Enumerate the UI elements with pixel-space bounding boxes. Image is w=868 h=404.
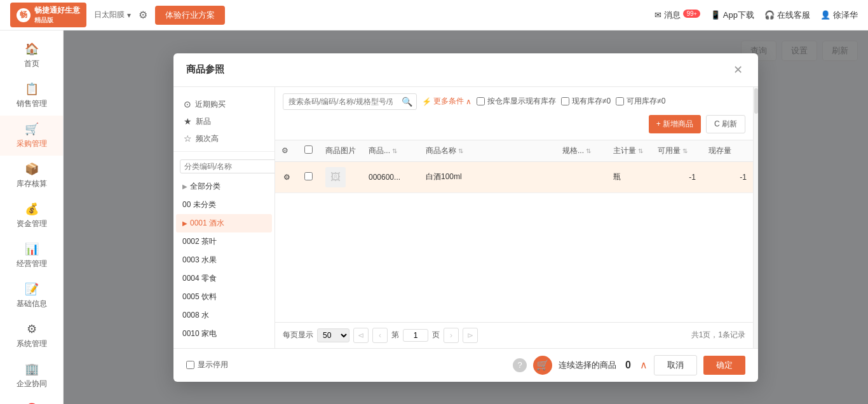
modal-body: ⊙ 近期购买 ★ 新品 ☆ 频次高 — [173, 87, 758, 348]
sidebar-item-home[interactable]: 🏠 首页 — [0, 36, 63, 76]
cat-item-0008[interactable]: 0008 水 — [176, 306, 272, 325]
search-toolbar: 🔍 ⚡ 更多条件 ∧ 按仓库显示现有库存 — [275, 87, 753, 140]
sidebar-item-system[interactable]: ⚙ 系统管理 — [0, 316, 63, 356]
col-stock-header: 现存量 — [702, 140, 753, 162]
nav-right: ✉ 消息 99+ 📱 App下载 🎧 在线客服 👤 徐泽华 — [654, 10, 858, 21]
logo-icon: 畅 — [17, 8, 31, 22]
row-checkbox[interactable] — [304, 172, 313, 180]
nav-selector[interactable]: 日太阳膜 ▾ — [94, 10, 131, 20]
sidebar-item-basicinfo[interactable]: 📝 基础信息 — [0, 276, 63, 316]
category-tree: ▶ 全部分类 00 未分类 ▶ 0001 酒水 0002 茶 — [173, 177, 275, 343]
help-btn[interactable]: ? — [513, 358, 527, 372]
row-settings-btn[interactable]: ⚙ — [275, 161, 298, 192]
last-page-btn[interactable]: ⊳ — [463, 328, 478, 343]
col-check-header[interactable] — [298, 140, 319, 162]
row-img-cell: 🖼 — [319, 161, 362, 192]
app-download-btn[interactable]: 📱 App下载 — [710, 10, 754, 21]
home-icon: 🏠 — [25, 42, 39, 56]
checkbox-stock-not0-input[interactable] — [561, 97, 569, 105]
more-filter-btn[interactable]: ⚡ 更多条件 ∧ — [422, 96, 471, 107]
enterprise-icon: 🏢 — [25, 362, 39, 376]
filter-icon: ⚡ — [422, 97, 431, 106]
operations-icon: 📊 — [25, 242, 39, 256]
refresh-btn[interactable]: C 刷新 — [706, 115, 745, 133]
checkbox-by-warehouse-input[interactable] — [477, 97, 485, 105]
purchase-icon: 🛒 — [25, 122, 39, 136]
checkbox-avail-not0-input[interactable] — [616, 97, 624, 105]
product-search-input[interactable] — [283, 95, 398, 109]
col-unit-header[interactable]: 主计量 — [607, 140, 651, 162]
modal-footer: 显示停用 ? 🛒 连续选择的商品 0 ∧ 取消 确定 — [173, 348, 758, 382]
category-search-input[interactable] — [180, 159, 275, 173]
cat-item-0005[interactable]: 0005 饮料 — [176, 288, 272, 306]
collapse-panel-btn[interactable]: ◀ — [275, 205, 275, 230]
finance-icon: 💰 — [25, 202, 39, 216]
table-header-row: ⚙ 商品图片 商品... 商品名称 规格... 主计量 — [275, 140, 753, 162]
first-page-btn[interactable]: ⊲ — [353, 328, 369, 343]
quick-filters: ⊙ 近期购买 ★ 新品 ☆ 频次高 — [173, 92, 275, 152]
modal-close-btn[interactable]: ✕ — [730, 62, 745, 77]
cat-item-0002[interactable]: 0002 茶叶 — [176, 232, 272, 251]
logo[interactable]: 畅 畅捷通好生意 精品版 — [10, 3, 86, 27]
checkbox-avail-not0[interactable]: 可用库存≠0 — [616, 96, 665, 107]
scrollbar-thumb[interactable] — [754, 88, 758, 114]
sidebar-item-purchase[interactable]: 🛒 采购管理 — [0, 116, 63, 156]
cart-icon[interactable]: 🛒 — [533, 356, 552, 375]
cat-item-0004[interactable]: 0004 零食 — [176, 269, 272, 288]
modal-title: 商品参照 — [186, 64, 224, 76]
cat-item-all[interactable]: ▶ 全部分类 — [176, 177, 272, 196]
page-number-input[interactable] — [403, 329, 428, 342]
online-service-btn[interactable]: 🎧 在线客服 — [764, 10, 810, 21]
expand-icon[interactable]: ∧ — [640, 359, 648, 371]
checkbox-stock-not0[interactable]: 现有库存≠0 — [561, 96, 611, 107]
row-checkbox-cell[interactable] — [298, 161, 319, 192]
cat-item-00[interactable]: 00 未分类 — [176, 196, 272, 214]
show-disabled-checkbox[interactable] — [186, 361, 194, 369]
product-table: ⚙ 商品图片 商品... 商品名称 规格... 主计量 — [275, 140, 753, 193]
product-table-body: ⚙ 🖼 000600... 白酒100ml — [275, 161, 753, 192]
sidebar-item-guide[interactable]: 🎯 新手引导 — [0, 396, 63, 404]
row-stock-cell: -1 — [702, 161, 753, 192]
logo-text: 畅捷通好生意 精品版 — [34, 5, 80, 25]
add-product-btn[interactable]: + 新增商品 — [649, 115, 701, 133]
sidebar-item-inventory[interactable]: 📦 库存核算 — [0, 156, 63, 196]
col-name-header[interactable]: 商品名称 — [419, 140, 556, 162]
product-table-wrap[interactable]: ⚙ 商品图片 商品... 商品名称 规格... 主计量 — [275, 140, 753, 322]
product-search-btn[interactable]: 🔍 — [398, 94, 416, 109]
col-code-header[interactable]: 商品... — [362, 140, 419, 162]
filter-recent[interactable]: ⊙ 近期购买 — [180, 96, 268, 113]
cancel-btn[interactable]: 取消 — [654, 355, 697, 375]
avatar: 👤 — [820, 10, 831, 20]
col-img-header: 商品图片 — [319, 140, 362, 162]
modal-overlay: 商品参照 ✕ ⊙ 近期购买 ★ — [64, 30, 868, 404]
cat-item-0001[interactable]: ▶ 0001 酒水 — [176, 214, 272, 232]
col-spec-header[interactable]: 规格... — [556, 140, 607, 162]
messages-btn[interactable]: ✉ 消息 99+ — [654, 10, 700, 21]
product-img: 🖼 — [325, 167, 346, 187]
gear-icon[interactable]: ⚙ — [139, 9, 147, 21]
cat-item-0003[interactable]: 0003 水果 — [176, 251, 272, 269]
sidebar-item-operations[interactable]: 📊 经营管理 — [0, 236, 63, 276]
sidebar-item-finance[interactable]: 💰 资金管理 — [0, 196, 63, 236]
select-all-checkbox[interactable] — [304, 145, 313, 154]
checkbox-by-warehouse[interactable]: 按仓库显示现有库存 — [477, 96, 556, 107]
page-total-info: 共1页，1条记录 — [691, 330, 745, 340]
sidebar-item-sales[interactable]: 📋 销售管理 — [0, 76, 63, 116]
col-settings-header[interactable]: ⚙ — [275, 140, 298, 162]
cat-item-0010[interactable]: 0010 家电 — [176, 325, 272, 343]
filter-new[interactable]: ★ 新品 — [180, 113, 268, 130]
toolbar-right: + 新增商品 C 刷新 — [649, 115, 745, 133]
footer-right: ? 🛒 连续选择的商品 0 ∧ 取消 确定 — [513, 355, 745, 375]
table-row[interactable]: ⚙ 🖼 000600... 白酒100ml — [275, 161, 753, 192]
next-page-btn[interactable]: › — [444, 328, 459, 343]
sidebar-item-enterprise[interactable]: 🏢 企业协同 — [0, 356, 63, 396]
col-avail-header[interactable]: 可用量 — [651, 140, 702, 162]
page-size-select[interactable]: 10 20 50 100 — [317, 328, 349, 342]
filter-frequent[interactable]: ☆ 频次高 — [180, 130, 268, 147]
prev-page-btn[interactable]: ‹ — [372, 328, 388, 343]
show-disabled-label[interactable]: 显示停用 — [186, 360, 228, 370]
top-nav: 畅 畅捷通好生意 精品版 日太阳膜 ▾ ⚙ 体验行业方案 ✉ 消息 99+ 📱 … — [0, 0, 868, 30]
user-avatar[interactable]: 👤 徐泽华 — [820, 10, 858, 21]
confirm-btn[interactable]: 确定 — [703, 356, 745, 375]
experience-btn[interactable]: 体验行业方案 — [155, 6, 225, 25]
